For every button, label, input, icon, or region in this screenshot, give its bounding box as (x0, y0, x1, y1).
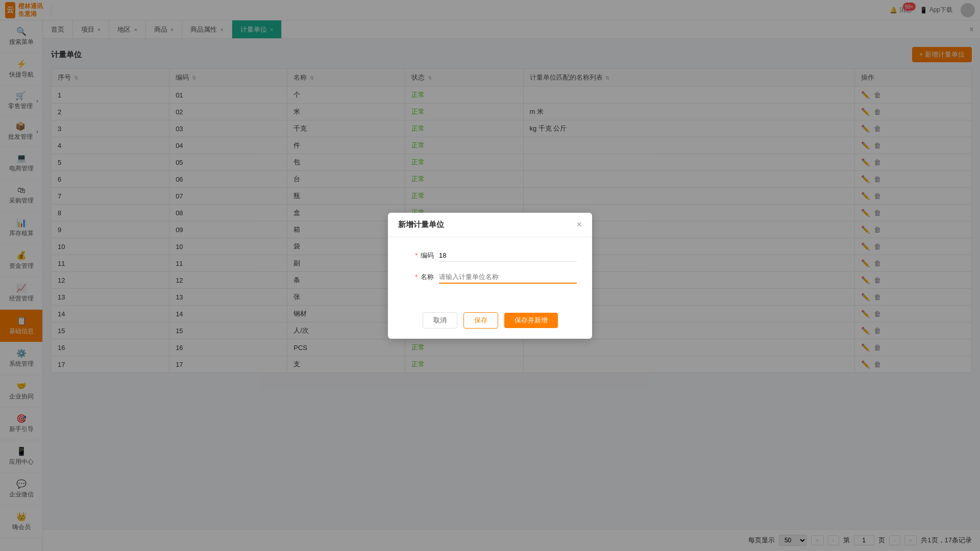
save-and-new-button[interactable]: 保存并新增 (504, 313, 558, 328)
code-label: * 编码 (403, 251, 434, 260)
name-label: * 名称 (403, 272, 434, 282)
name-form-row: * 名称 (403, 271, 577, 284)
cancel-button[interactable]: 取消 (423, 312, 457, 329)
modal-title: 新增计量单位 (398, 220, 444, 230)
name-input[interactable] (439, 271, 577, 284)
modal-footer: 取消 保存 保存并新增 (388, 305, 592, 339)
save-button[interactable]: 保存 (463, 312, 498, 329)
modal-header: 新增计量单位 × (388, 213, 592, 237)
required-mark: * (415, 273, 418, 281)
modal-body: * 编码 * 名称 (388, 237, 592, 305)
code-input[interactable] (439, 249, 577, 262)
add-unit-modal: 新增计量单位 × * 编码 * 名称 取消 保存 保存并新增 (388, 213, 592, 339)
required-mark: * (415, 252, 418, 259)
code-form-row: * 编码 (403, 249, 577, 262)
modal-overlay: 新增计量单位 × * 编码 * 名称 取消 保存 保存并新增 (0, 0, 980, 551)
modal-close-button[interactable]: × (576, 220, 582, 229)
